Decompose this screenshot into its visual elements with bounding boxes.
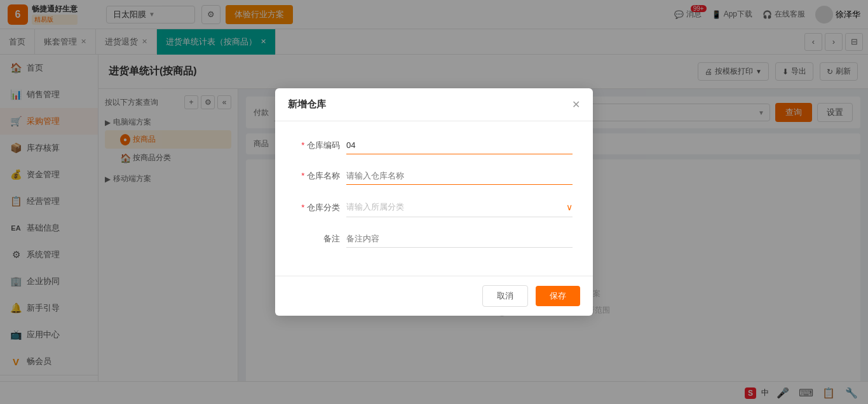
name-label: 仓库名称 [295, 170, 346, 182]
modal-new-warehouse: 新增仓库 ✕ 仓库编码 仓库名称 仓库分类 请输入所属分类 ∨ [275, 88, 593, 316]
category-placeholder: 请输入所属分类 [346, 201, 404, 213]
form-row-category: 仓库分类 请输入所属分类 ∨ [295, 198, 573, 217]
modal-title: 新增仓库 [288, 98, 326, 111]
code-input[interactable] [346, 137, 573, 154]
form-row-name: 仓库名称 [295, 167, 573, 185]
modal-close-button[interactable]: ✕ [572, 98, 580, 111]
modal-header: 新增仓库 ✕ [275, 88, 593, 121]
category-label: 仓库分类 [295, 202, 346, 213]
modal-overlay: 新增仓库 ✕ 仓库编码 仓库名称 仓库分类 请输入所属分类 ∨ [0, 0, 868, 404]
category-arrow-icon: ∨ [566, 202, 573, 212]
note-label: 备注 [295, 233, 346, 245]
cancel-button[interactable]: 取消 [482, 285, 528, 307]
category-select[interactable]: 请输入所属分类 ∨ [346, 198, 573, 217]
code-label: 仓库编码 [295, 140, 346, 151]
note-input[interactable] [346, 230, 573, 248]
save-button[interactable]: 保存 [536, 286, 580, 306]
modal-body: 仓库编码 仓库名称 仓库分类 请输入所属分类 ∨ 备注 [275, 121, 593, 276]
form-row-note: 备注 [295, 230, 573, 248]
name-input[interactable] [346, 167, 573, 185]
modal-footer: 取消 保存 [275, 276, 593, 316]
form-row-code: 仓库编码 [295, 137, 573, 154]
